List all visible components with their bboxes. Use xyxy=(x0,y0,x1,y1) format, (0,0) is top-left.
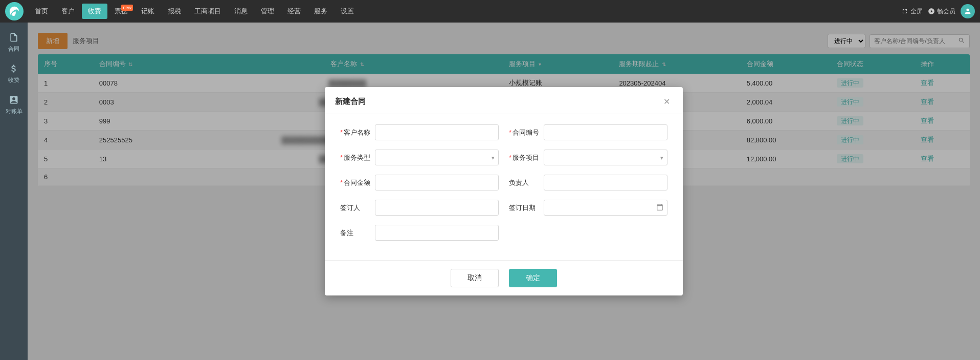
required-star-2: * xyxy=(509,129,511,136)
fullscreen-button[interactable]: 全屏 xyxy=(901,7,923,16)
service-item-select[interactable] xyxy=(544,150,667,165)
form-group-service-item: *服务项目 ▾ xyxy=(509,150,667,165)
remark-input[interactable] xyxy=(375,225,499,241)
contract-no-input[interactable] xyxy=(544,124,667,140)
form-row-1: *客户名称 *合同编号 xyxy=(340,124,667,140)
form-row-3: *合同金额 0.00 负责人 xyxy=(340,175,667,190)
avatar[interactable] xyxy=(961,4,975,18)
form-row-2: *服务类型 ▾ *服务项目 xyxy=(340,150,667,165)
required-star: * xyxy=(340,129,343,136)
service-type-label: *服务类型 xyxy=(340,153,371,162)
service-item-label: *服务项目 xyxy=(509,153,540,162)
nav-right: 全屏 畅会员 xyxy=(901,4,975,18)
sidebar-label-reconcile: 对账单 xyxy=(6,108,23,115)
main-layout: 合同 收费 对账单 新增 服务项目 进行中 已完成 已终止 xyxy=(0,23,980,360)
form-row-5: 备注 xyxy=(340,225,667,241)
form-group-contract-amount: *合同金额 0.00 xyxy=(340,175,499,190)
nav-settings[interactable]: 设置 xyxy=(335,4,360,19)
service-item-wrapper: ▾ xyxy=(544,150,667,165)
sign-date-wrapper: 2023-06-06 xyxy=(544,200,667,216)
sidebar-label-billing: 收费 xyxy=(8,76,19,84)
form-group-client-name: *客户名称 xyxy=(340,124,499,140)
client-name-label: *客户名称 xyxy=(340,128,371,137)
required-star-3: * xyxy=(340,154,343,161)
remark-label: 备注 xyxy=(340,228,371,238)
form-group-responsible: 负责人 xyxy=(509,175,667,190)
sidebar-label-contract: 合同 xyxy=(8,45,19,53)
new-badge: new xyxy=(121,5,133,11)
required-star-4: * xyxy=(509,154,511,161)
nav-manage[interactable]: 管理 xyxy=(255,4,280,19)
modal-close-button[interactable]: ✕ xyxy=(660,95,673,108)
sign-date-input[interactable]: 2023-06-06 xyxy=(544,200,667,216)
service-type-wrapper: ▾ xyxy=(375,150,499,165)
nav-service[interactable]: 服务 xyxy=(308,4,333,19)
contract-icon xyxy=(8,32,19,43)
sign-date-label: 签订日期 xyxy=(509,203,540,213)
modal-overlay: 新建合同 ✕ *客户名称 *合同编号 xyxy=(28,23,980,360)
nav-message[interactable]: 消息 xyxy=(228,4,254,19)
modal-header: 新建合同 ✕ xyxy=(325,87,683,114)
contract-no-label: *合同编号 xyxy=(509,128,540,137)
required-star-5: * xyxy=(340,179,343,186)
nav-business[interactable]: 工商项目 xyxy=(188,4,227,19)
nav-client[interactable]: 客户 xyxy=(55,4,81,19)
nav-bookkeeping[interactable]: 记账 xyxy=(135,4,161,19)
form-group-sign-date: 签订日期 2023-06-06 xyxy=(509,200,667,216)
signer-input[interactable] xyxy=(375,200,499,216)
form-group-contract-no: *合同编号 xyxy=(509,124,667,140)
form-group-remark: 备注 xyxy=(340,225,499,241)
modal-footer: 取消 确定 xyxy=(325,260,683,295)
responsible-input[interactable] xyxy=(544,175,667,190)
nav-items: 首页 客户 收费 票据 new 记账 报税 工商项目 消息 管理 经营 服务 设… xyxy=(29,4,901,19)
modal-body: *客户名称 *合同编号 xyxy=(325,114,683,260)
sidebar-item-contract[interactable]: 合同 xyxy=(1,28,27,57)
sidebar-item-reconcile[interactable]: 对账单 xyxy=(1,90,27,119)
nav-tax[interactable]: 报税 xyxy=(162,4,187,19)
cancel-button[interactable]: 取消 xyxy=(451,269,499,287)
form-row-4: 签订人 签订日期 2023-06-06 xyxy=(340,200,667,216)
billing-icon xyxy=(8,63,19,74)
content-area: 新增 服务项目 进行中 已完成 已终止 序号 xyxy=(28,23,980,360)
form-group-signer: 签订人 xyxy=(340,200,499,216)
nav-invoice[interactable]: 收费 xyxy=(82,4,107,19)
reconcile-icon xyxy=(8,94,19,105)
top-navigation: 首页 客户 收费 票据 new 记账 报税 工商项目 消息 管理 经营 服务 设… xyxy=(0,0,980,23)
form-group-service-type: *服务类型 ▾ xyxy=(340,150,499,165)
signer-label: 签订人 xyxy=(340,203,371,213)
contract-amount-input[interactable]: 0.00 xyxy=(375,175,499,190)
modal-title: 新建合同 xyxy=(335,97,366,107)
confirm-button[interactable]: 确定 xyxy=(509,269,557,287)
nav-ticket[interactable]: 票据 new xyxy=(108,4,134,19)
member-button[interactable]: 畅会员 xyxy=(928,7,955,16)
sidebar: 合同 收费 对账单 xyxy=(0,23,28,360)
app-logo[interactable] xyxy=(5,2,24,20)
modal-new-contract: 新建合同 ✕ *客户名称 *合同编号 xyxy=(325,87,683,295)
responsible-label: 负责人 xyxy=(509,178,540,187)
contract-amount-label: *合同金额 xyxy=(340,178,371,187)
nav-operation[interactable]: 经营 xyxy=(281,4,307,19)
service-type-select[interactable] xyxy=(375,150,499,165)
nav-home[interactable]: 首页 xyxy=(29,4,54,19)
client-name-input[interactable] xyxy=(375,124,499,140)
sidebar-item-billing[interactable]: 收费 xyxy=(1,59,27,88)
